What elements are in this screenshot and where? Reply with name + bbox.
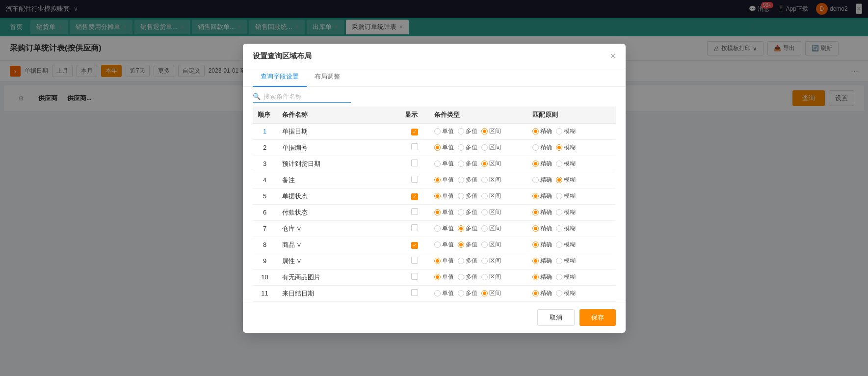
radio-item-match[interactable]: 精确 <box>532 143 552 152</box>
row-condition-name: 单据日期 <box>277 123 400 139</box>
radio-item-type[interactable]: 区间 <box>481 160 501 168</box>
tab-query-fields[interactable]: 查询字段设置 <box>253 67 307 87</box>
radio-item-type[interactable]: 区间 <box>481 273 501 281</box>
checkbox[interactable] <box>411 208 418 215</box>
radio-item-type[interactable]: 区间 <box>481 192 501 200</box>
radio-item-match[interactable]: 模糊 <box>556 241 576 249</box>
row-show-checkbox[interactable] <box>400 204 429 220</box>
radio-item-type[interactable]: 多值 <box>458 289 477 297</box>
checkbox[interactable] <box>411 176 418 183</box>
radio-item-type[interactable]: 单值 <box>434 143 454 152</box>
radio-item-type[interactable]: 单值 <box>434 224 454 233</box>
radio-item-type[interactable]: 多值 <box>458 241 477 249</box>
row-show-checkbox[interactable] <box>400 253 429 269</box>
radio-item-type[interactable]: 区间 <box>481 257 501 265</box>
checkbox[interactable] <box>411 289 418 296</box>
radio-item-match[interactable]: 精确 <box>532 224 552 233</box>
checkbox[interactable] <box>411 143 418 150</box>
radio-item-match[interactable]: 模糊 <box>556 192 576 200</box>
radio-item-match[interactable]: 精确 <box>532 241 552 249</box>
radio-item-type[interactable]: 多值 <box>458 192 477 200</box>
modal-header: 设置查询区域布局 × <box>243 44 626 67</box>
checkbox[interactable] <box>411 273 418 280</box>
radio-item-type[interactable]: 多值 <box>458 273 477 281</box>
radio-circle-icon <box>458 144 464 151</box>
radio-item-match[interactable]: 精确 <box>532 289 552 297</box>
radio-item-match[interactable]: 模糊 <box>556 127 576 135</box>
radio-item-match[interactable]: 模糊 <box>556 273 576 281</box>
radio-item-type[interactable]: 单值 <box>434 273 454 281</box>
radio-item-match[interactable]: 模糊 <box>556 289 576 297</box>
radio-item-type[interactable]: 单值 <box>434 241 454 249</box>
table-row: 1单据日期单值多值区间精确模糊 <box>253 123 616 139</box>
radio-item-match[interactable]: 精确 <box>532 176 552 184</box>
checkbox[interactable] <box>411 160 418 166</box>
modal-close-button[interactable]: × <box>610 52 616 60</box>
checkbox[interactable] <box>411 224 418 231</box>
row-show-checkbox[interactable] <box>400 269 429 285</box>
radio-item-match[interactable]: 精确 <box>532 257 552 265</box>
radio-item-match[interactable]: 模糊 <box>556 257 576 265</box>
tab-layout-adjust[interactable]: 布局调整 <box>307 67 348 87</box>
radio-item-type[interactable]: 单值 <box>434 192 454 200</box>
row-show-checkbox[interactable] <box>400 123 429 139</box>
radio-item-type[interactable]: 多值 <box>458 127 477 135</box>
radio-item-type[interactable]: 区间 <box>481 127 501 135</box>
radio-item-type[interactable]: 多值 <box>458 224 477 233</box>
cancel-button[interactable]: 取消 <box>537 309 575 326</box>
row-type-radio: 单值多值区间 <box>429 253 527 269</box>
radio-item-type[interactable]: 区间 <box>481 224 501 233</box>
row-order: 4 <box>253 172 277 188</box>
checkbox[interactable] <box>411 257 418 264</box>
radio-item-type[interactable]: 单值 <box>434 257 454 265</box>
row-show-checkbox[interactable] <box>400 139 429 156</box>
radio-circle-icon <box>434 290 441 296</box>
radio-item-type[interactable]: 区间 <box>481 289 501 297</box>
radio-item-match[interactable]: 精确 <box>532 208 552 216</box>
radio-item-match[interactable]: 模糊 <box>556 176 576 184</box>
radio-item-type[interactable]: 单值 <box>434 127 454 135</box>
radio-item-match[interactable]: 精确 <box>532 273 552 281</box>
row-show-checkbox[interactable] <box>400 220 429 237</box>
radio-item-type[interactable]: 多值 <box>458 257 477 265</box>
radio-label: 多值 <box>466 176 477 184</box>
radio-label: 精确 <box>540 208 552 216</box>
radio-label: 区间 <box>489 273 501 281</box>
radio-circle-icon <box>458 290 464 296</box>
row-match-radio: 精确模糊 <box>527 269 616 285</box>
radio-label: 单值 <box>442 257 454 265</box>
radio-item-type[interactable]: 单值 <box>434 176 454 184</box>
radio-item-match[interactable]: 精确 <box>532 192 552 200</box>
row-show-checkbox[interactable] <box>400 172 429 188</box>
checkbox[interactable] <box>411 242 418 249</box>
radio-item-match[interactable]: 精确 <box>532 127 552 135</box>
radio-item-type[interactable]: 区间 <box>481 208 501 216</box>
radio-item-match[interactable]: 精确 <box>532 160 552 168</box>
row-show-checkbox[interactable] <box>400 285 429 301</box>
table-row: 7仓库 ∨单值多值区间精确模糊 <box>253 220 616 237</box>
row-show-checkbox[interactable] <box>400 188 429 204</box>
radio-item-match[interactable]: 模糊 <box>556 208 576 216</box>
radio-item-type[interactable]: 多值 <box>458 208 477 216</box>
radio-item-type[interactable]: 区间 <box>481 176 501 184</box>
modal-search-input[interactable] <box>263 93 342 100</box>
row-show-checkbox[interactable] <box>400 156 429 172</box>
radio-item-match[interactable]: 模糊 <box>556 160 576 168</box>
table-row: 11来日结日期单值多值区间精确模糊 <box>253 285 616 301</box>
radio-label: 单值 <box>442 192 454 200</box>
radio-item-type[interactable]: 单值 <box>434 160 454 168</box>
radio-item-type[interactable]: 多值 <box>458 176 477 184</box>
radio-item-match[interactable]: 模糊 <box>556 224 576 233</box>
radio-item-type[interactable]: 单值 <box>434 289 454 297</box>
radio-item-type[interactable]: 多值 <box>458 143 477 152</box>
row-show-checkbox[interactable] <box>400 237 429 253</box>
checkbox[interactable] <box>411 193 418 200</box>
radio-item-type[interactable]: 区间 <box>481 241 501 249</box>
checkbox[interactable] <box>411 129 418 135</box>
radio-item-type[interactable]: 区间 <box>481 143 501 152</box>
radio-circle-icon <box>458 161 464 167</box>
radio-item-match[interactable]: 模糊 <box>556 143 576 152</box>
radio-item-type[interactable]: 多值 <box>458 160 477 168</box>
radio-item-type[interactable]: 单值 <box>434 208 454 216</box>
save-button[interactable]: 保存 <box>579 309 616 326</box>
